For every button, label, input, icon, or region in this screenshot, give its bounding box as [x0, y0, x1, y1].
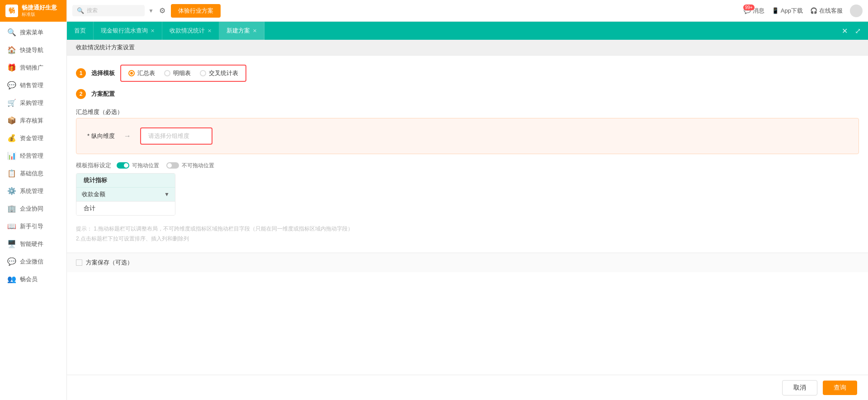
- sidebar-item-finance[interactable]: 💰 资金管理: [0, 129, 66, 147]
- sidebar-item-system[interactable]: ⚙️ 系统管理: [0, 182, 66, 200]
- topbar-search[interactable]: 🔍 搜索: [72, 5, 145, 16]
- message-badge: 99+: [743, 5, 755, 10]
- quick-nav-icon: 🏠: [7, 46, 16, 54]
- app-download-icon: 📱: [772, 7, 779, 14]
- sidebar-label-enterprise-wechat: 企业微信: [20, 258, 43, 266]
- finance-icon: 💰: [7, 134, 16, 142]
- step2-number: 2: [80, 91, 83, 97]
- indicator-table: 统计指标 收款金额 ▼ 合计: [76, 173, 175, 216]
- sidebar-item-smart-hardware[interactable]: 🖥️ 智能硬件: [0, 235, 66, 253]
- step2-badge: 2: [76, 89, 86, 99]
- topbar-right: 💬 99+ 消息 📱 App下载 🎧 在线客服: [744, 5, 863, 17]
- toggle-movable-item: 可拖动位置: [117, 162, 159, 169]
- step1-label: 选择模板: [91, 69, 115, 77]
- cancel-button[interactable]: 取消: [782, 380, 817, 395]
- tab-bank-flow[interactable]: 现金银行流水查询 ✕: [94, 22, 162, 40]
- tab-maximize-icon[interactable]: ⤢: [853, 26, 863, 36]
- search-placeholder-text: 搜索: [87, 7, 98, 14]
- topbar-caret-icon[interactable]: ▼: [148, 8, 154, 14]
- online-service-btn[interactable]: 🎧 在线客服: [810, 7, 843, 15]
- app-download-btn[interactable]: 📱 App下载: [772, 7, 803, 15]
- toggle-fixed-item: 不可拖动位置: [166, 162, 214, 169]
- logo-subtitle: 标准版: [22, 11, 57, 18]
- sidebar-item-guide[interactable]: 📖 新手引导: [0, 217, 66, 235]
- indicator-table-header: 统计指标: [76, 174, 175, 187]
- industry-btn[interactable]: 体验行业方案: [171, 4, 221, 18]
- system-icon: ⚙️: [7, 187, 16, 195]
- save-checkbox[interactable]: [76, 259, 82, 266]
- radio-summary[interactable]: 汇总表: [128, 69, 155, 77]
- tab-new-plan-close-icon[interactable]: ✕: [253, 28, 257, 34]
- sidebar-item-operations[interactable]: 📊 经营管理: [0, 147, 66, 165]
- toggle-fixed-switch[interactable]: [166, 162, 179, 169]
- hint-line-1: 提示： 1.拖动标题栏可以调整布局，不可跨维度或指标区域拖动栏目字段（只能在同一…: [76, 224, 859, 234]
- sidebar-item-search-menu[interactable]: 🔍 搜索菜单: [0, 24, 66, 41]
- toggle-group: 可拖动位置 不可拖动位置: [117, 162, 214, 169]
- tab-receipt-stats-close-icon[interactable]: ✕: [208, 28, 212, 34]
- sidebar-item-purchase[interactable]: 🛒 采购管理: [0, 94, 66, 112]
- tab-receipt-stats-label: 收款情况统计: [170, 27, 205, 35]
- toggle-fixed-label: 不可拖动位置: [182, 162, 214, 169]
- sidebar-item-marketing[interactable]: 🎁 营销推广: [0, 59, 66, 76]
- radio-summary-dot: [128, 70, 135, 76]
- sidebar-label-system: 系统管理: [20, 187, 43, 195]
- indicator-cell-amount-label: 收款金额: [82, 190, 105, 198]
- enterprise-collab-icon: 🏢: [7, 204, 16, 213]
- message-btn[interactable]: 💬 99+ 消息: [744, 7, 764, 15]
- sidebar-item-quick-nav[interactable]: 🏠 快捷导航: [0, 41, 66, 59]
- tab-bank-flow-close-icon[interactable]: ✕: [151, 28, 155, 34]
- radio-detail-label: 明细表: [173, 69, 191, 77]
- sidebar-logo: 畅 畅捷通好生意 标准版: [0, 0, 66, 22]
- toggle-movable-switch[interactable]: [117, 162, 129, 169]
- tab-receipt-stats[interactable]: 收款情况统计 ✕: [162, 22, 219, 40]
- tab-home[interactable]: 首页: [67, 22, 94, 40]
- step2-row: 2 方案配置: [76, 89, 859, 99]
- step2-section: 2 方案配置 汇总维度（必选） * 纵向维度 → 请选择分组维度 模板指标设: [67, 89, 868, 253]
- sidebar-label-marketing: 营销推广: [20, 64, 43, 72]
- sidebar-item-enterprise-wechat[interactable]: 💬 企业微信: [0, 253, 66, 270]
- dim-select-box[interactable]: 请选择分组维度: [140, 127, 212, 145]
- indicator-dropdown-icon[interactable]: ▼: [164, 191, 170, 198]
- dim-select-placeholder: 请选择分组维度: [148, 132, 189, 140]
- hint-line-2: 2.点击标题栏下拉可设置排序、插入列和删除列: [76, 234, 859, 244]
- radio-summary-label: 汇总表: [137, 69, 155, 77]
- indicator-sum-row: 合计: [76, 201, 175, 215]
- online-service-label: 在线客服: [819, 7, 843, 15]
- sidebar-label-finance: 资金管理: [20, 134, 43, 142]
- tab-close-all-icon[interactable]: ✕: [840, 26, 849, 36]
- sidebar-label-member: 畅会员: [20, 275, 38, 283]
- sidebar-label-inventory: 库存核算: [20, 117, 43, 125]
- tabbar: 首页 现金银行流水查询 ✕ 收款情况统计 ✕ 新建方案 ✕ ✕ ⤢: [67, 22, 868, 40]
- page-header: 收款情况统计方案设置: [67, 40, 868, 56]
- sidebar-item-enterprise-collab[interactable]: 🏢 企业协同: [0, 200, 66, 217]
- enterprise-wechat-icon: 💬: [7, 257, 16, 266]
- logo-icon: 畅: [5, 5, 18, 17]
- sidebar-item-basic-info[interactable]: 📋 基础信息: [0, 165, 66, 182]
- tab-new-plan[interactable]: 新建方案 ✕: [219, 22, 264, 40]
- sidebar-item-sales[interactable]: 💬 销售管理: [0, 76, 66, 94]
- indicator-cell-amount[interactable]: 收款金额 ▼: [76, 187, 175, 201]
- inventory-icon: 📦: [7, 116, 16, 125]
- vertical-dim-label: * 纵向维度: [87, 132, 115, 140]
- sidebar-item-member[interactable]: 👥 畅会员: [0, 270, 66, 288]
- tab-new-plan-label: 新建方案: [226, 27, 250, 35]
- arrow-right-icon: →: [124, 132, 131, 140]
- query-button[interactable]: 查询: [823, 381, 857, 395]
- user-avatar[interactable]: [850, 5, 863, 17]
- tabbar-actions: ✕ ⤢: [835, 22, 868, 40]
- app-download-label: App下载: [781, 7, 803, 15]
- sidebar: 畅 畅捷通好生意 标准版 🔍 搜索菜单 🏠 快捷导航 🎁 营销推广 💬 销售管理…: [0, 0, 67, 400]
- sidebar-nav: 🔍 搜索菜单 🏠 快捷导航 🎁 营销推广 💬 销售管理 🛒 采购管理 📦 库存核…: [0, 22, 66, 400]
- page-content: 收款情况统计方案设置 1 选择模板 汇总表: [67, 40, 868, 375]
- sidebar-item-inventory[interactable]: 📦 库存核算: [0, 112, 66, 129]
- footer-bar: 取消 查询: [67, 375, 868, 400]
- sidebar-label-quick-nav: 快捷导航: [20, 46, 43, 54]
- sales-icon: 💬: [7, 81, 16, 89]
- radio-cross[interactable]: 交叉统计表: [200, 69, 238, 77]
- indicator-header: 模板指标设定 可拖动位置 不可拖动位置: [76, 161, 859, 169]
- topbar-gear-icon[interactable]: ⚙: [157, 5, 167, 17]
- sidebar-label-basic-info: 基础信息: [20, 169, 43, 178]
- sidebar-label-guide: 新手引导: [20, 222, 43, 231]
- radio-detail[interactable]: 明细表: [164, 69, 191, 77]
- sidebar-label-search-menu: 搜索菜单: [20, 28, 43, 37]
